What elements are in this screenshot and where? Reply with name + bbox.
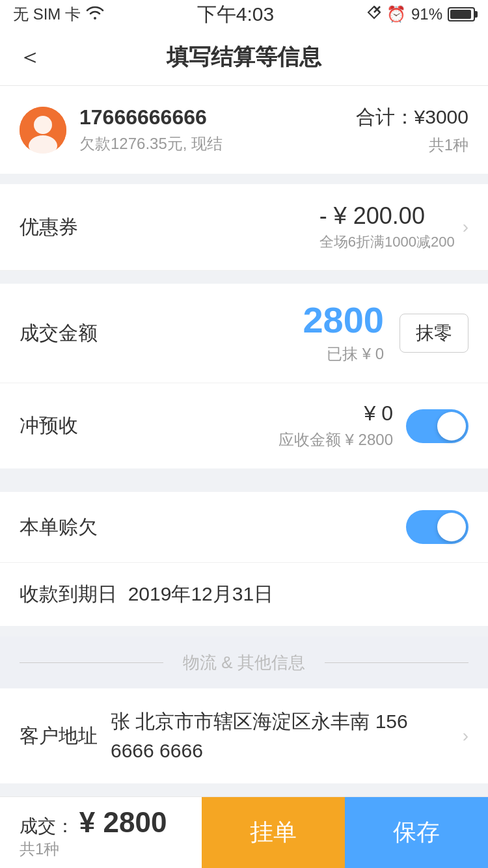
status-bar: 无 SIM 卡 下午4:03 ⏰ 91%: [0, 0, 488, 29]
chevron-right-icon: ›: [463, 217, 468, 237]
divider-2: [0, 468, 488, 481]
save-button-label: 保存: [393, 817, 440, 848]
back-button[interactable]: ＜: [18, 41, 42, 73]
user-left: 17666666666 欠款1276.35元, 现结: [20, 105, 223, 154]
bottom-deal-label: 成交：: [20, 816, 74, 836]
status-time: 下午4:03: [197, 1, 274, 28]
prepay-label: 冲预收: [20, 413, 78, 439]
deal-amount-row: 成交金额 2800 已抹 ¥ 0 抹零: [0, 284, 488, 383]
location-icon: [367, 5, 381, 23]
deal-amount-label: 成交金额: [20, 320, 98, 347]
hold-button[interactable]: 挂单: [202, 797, 345, 869]
page-title: 填写结算等信息: [167, 42, 321, 72]
coupon-info: - ¥ 200.00 全场6折满1000减200: [319, 202, 455, 252]
bottom-deal-row: 成交： ¥ 2800: [20, 806, 182, 839]
address-row[interactable]: 客户地址 张 北京市市辖区海淀区永丰南 156 6666 6666 ›: [0, 688, 488, 783]
status-left: 无 SIM 卡: [13, 4, 104, 25]
user-right: 合计：¥3000 共1种: [356, 104, 468, 156]
section-divider: 物流 & 其他信息: [0, 636, 488, 688]
prepay-row: 冲预收 ¥ 0 应收金额 ¥ 2800: [0, 383, 488, 468]
svg-point-1: [34, 116, 52, 134]
debt-row: 本单赊欠: [0, 492, 488, 562]
address-chevron-icon: ›: [463, 726, 468, 746]
debt-label: 本单赊欠: [20, 514, 98, 541]
prepay-sub: 应收金额 ¥ 2800: [278, 429, 393, 450]
prepay-right: ¥ 0 应收金额 ¥ 2800: [278, 401, 468, 450]
total-amount: 合计：¥3000: [356, 104, 468, 131]
round-button[interactable]: 抹零: [400, 314, 468, 353]
deal-amount-value: 2800: [303, 302, 384, 338]
user-info: 17666666666 欠款1276.35元, 现结: [79, 105, 223, 154]
sim-label: 无 SIM 卡: [13, 4, 81, 25]
content: 17666666666 欠款1276.35元, 现结 合计：¥3000 共1种 …: [0, 86, 488, 868]
address-content: 张 北京市市辖区海淀区永丰南 156 6666 6666: [98, 707, 463, 765]
hold-button-label: 挂单: [250, 817, 297, 848]
debt-toggle[interactable]: [406, 510, 468, 544]
bottom-deal-info: 成交： ¥ 2800 共1种: [0, 806, 202, 860]
user-card: 17666666666 欠款1276.35元, 现结 合计：¥3000 共1种: [0, 86, 488, 174]
amount-value-wrap: 2800 已抹 ¥ 0: [303, 302, 384, 364]
user-phone: 17666666666: [79, 105, 223, 129]
deal-amount-sub: 已抹 ¥ 0: [303, 344, 384, 364]
coupon-right: - ¥ 200.00 全场6折满1000减200 ›: [319, 202, 468, 252]
coupon-label: 优惠券: [20, 214, 78, 241]
coupon-row[interactable]: 优惠券 - ¥ 200.00 全场6折满1000减200 ›: [0, 184, 488, 271]
bottom-bar: 成交： ¥ 2800 共1种 挂单 保存: [0, 796, 488, 868]
debt-toggle-knob: [437, 513, 466, 541]
bottom-deal-count: 共1种: [20, 839, 182, 860]
deal-amount-right: 2800 已抹 ¥ 0 抹零: [303, 302, 468, 364]
status-right: ⏰ 91%: [367, 5, 475, 23]
divider-1: [0, 271, 488, 284]
prepay-value: ¥ 0: [278, 401, 393, 426]
coupon-discount: - ¥ 200.00: [319, 202, 455, 230]
toggle-knob: [437, 412, 466, 441]
coupon-description: 全场6折满1000减200: [319, 232, 455, 252]
bottom-deal-amount: ¥ 2800: [79, 806, 167, 838]
nav-bar: ＜ 填写结算等信息: [0, 29, 488, 86]
prepay-amounts: ¥ 0 应收金额 ¥ 2800: [278, 401, 393, 450]
section-divider-text: 物流 & 其他信息: [183, 651, 305, 674]
save-button[interactable]: 保存: [345, 797, 488, 869]
wifi-icon: [86, 5, 104, 23]
avatar: [20, 107, 66, 154]
user-debt: 欠款1276.35元, 现结: [79, 133, 223, 154]
prepay-toggle[interactable]: [406, 409, 468, 443]
address-label: 客户地址: [20, 723, 98, 750]
battery-percent: 91%: [411, 5, 442, 23]
due-date-text: 收款到期日 2019年12月31日: [20, 583, 273, 604]
alarm-icon: ⏰: [386, 5, 406, 23]
due-date-row: 收款到期日 2019年12月31日: [0, 562, 488, 626]
total-count: 共1种: [356, 135, 468, 156]
battery-icon: [448, 7, 475, 21]
